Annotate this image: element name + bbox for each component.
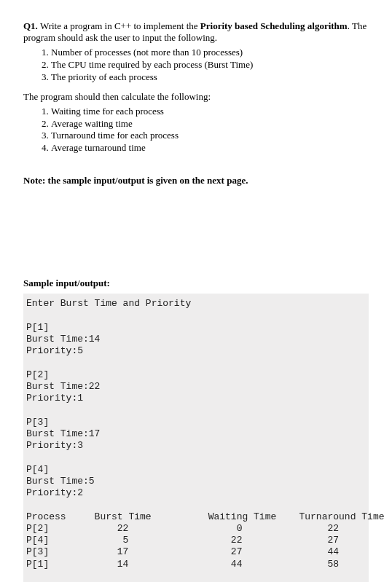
console-output: Enter Burst Time and Priority P[1] Burst… — [23, 294, 369, 582]
console-line: Enter Burst Time and Priority — [26, 298, 191, 309]
console-table-row: P[1] 14 44 58 — [26, 559, 339, 570]
console-line: P[2] Burst Time:22 Priority:1 — [26, 369, 100, 404]
question-prompt: Q1. Write a program in C++ to implement … — [23, 20, 369, 44]
list-item: Average turnaround time — [51, 142, 369, 154]
note-text: Note: the sample input/output is given o… — [23, 175, 369, 186]
console-line: P[1] Burst Time:14 Priority:5 — [26, 322, 100, 357]
console-line: P[3] Burst Time:17 Priority:3 — [26, 417, 100, 452]
calculation-list: Waiting time for each process Average wa… — [23, 106, 369, 155]
calc-intro: The program should then calculate the fo… — [23, 91, 369, 103]
question-intro: Write a program in C++ to implement the — [38, 20, 200, 31]
sample-io-header: Sample input/output: — [23, 278, 369, 289]
console-table-row: P[4] 5 22 27 — [26, 535, 339, 546]
console-table-header: Process Burst Time Waiting Time Turnarou… — [26, 511, 384, 522]
list-item: The CPU time required by each process (B… — [51, 59, 369, 71]
list-item: Waiting time for each process — [51, 106, 369, 118]
question-algorithm: Priority based Scheduling algorithm — [200, 20, 348, 31]
console-table-row: P[2] 22 0 22 — [26, 523, 339, 534]
console-line: P[4] Burst Time:5 Priority:2 — [26, 464, 95, 499]
console-table-row: P[3] 17 27 44 — [26, 546, 339, 557]
list-item: Turnaround time for each process — [51, 130, 369, 142]
list-item: Number of processes (not more than 10 pr… — [51, 47, 369, 59]
input-requirements-list: Number of processes (not more than 10 pr… — [23, 47, 369, 84]
question-label: Q1. — [23, 20, 38, 31]
list-item: The priority of each process — [51, 71, 369, 84]
list-item: Average waiting time — [51, 118, 369, 130]
